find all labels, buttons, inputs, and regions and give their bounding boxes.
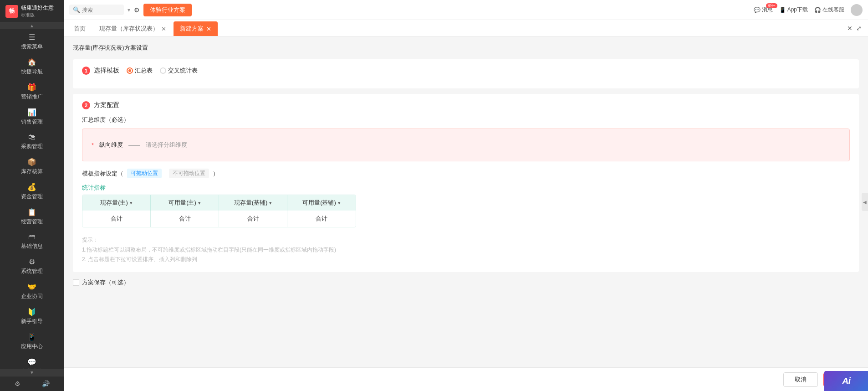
col-header-3[interactable]: 可用量(基辅) ▾ — [287, 195, 356, 211]
tab-inventory-label: 现存量（库存状况表） — [99, 25, 158, 33]
sidebar: 畅 畅康通好生意 标准版 ▲ ☰ 搜索菜单 🏠 快捷导航 🎁 营销推广 📊 销售… — [0, 0, 64, 391]
save-checkbox[interactable] — [73, 279, 79, 286]
base-icon: 🗃 — [28, 233, 36, 241]
sidebar-label-guide: 新手引导 — [21, 318, 43, 325]
settings-icon[interactable]: ⚙ — [134, 6, 140, 14]
expand-panel-icon[interactable]: ⤢ — [856, 25, 862, 32]
sidebar-item-operation[interactable]: 📋 经营管理 — [0, 204, 64, 229]
sidebar-item-system[interactable]: ⚙ 系统管理 — [0, 254, 64, 279]
search-input[interactable] — [82, 7, 118, 13]
sidebar-item-wechat[interactable]: 💬 企业微信 — [0, 354, 64, 369]
sidebar-item-base[interactable]: 🗃 基础信息 — [0, 229, 64, 254]
tab-home-label: 首页 — [74, 25, 86, 33]
ai-float-button[interactable]: Ai — [824, 371, 868, 391]
sidebar-item-purchase[interactable]: 🛍 采购管理 — [0, 129, 64, 154]
sidebar-scroll-up[interactable]: ▲ — [0, 22, 64, 29]
col-cell-1: 合计 — [151, 211, 219, 227]
dim-placeholder: 请选择分组维度 — [146, 141, 187, 149]
sales-icon: 📊 — [27, 108, 36, 117]
tab-home[interactable]: 首页 — [67, 21, 92, 36]
sidebar-item-search[interactable]: ☰ 搜索菜单 — [0, 29, 64, 54]
tab-new-plan-close-icon[interactable]: ✕ — [206, 26, 211, 32]
sidebar-label-base: 基础信息 — [21, 242, 43, 250]
step2-badge: 2 — [82, 101, 90, 109]
non-draggable-badge: 不可拖动位置 — [169, 169, 209, 178]
dropdown-arrow-icon[interactable]: ▾ — [128, 7, 130, 13]
close-panel-icon[interactable]: ✕ — [847, 25, 853, 32]
tabbar-container: 首页 现存量（库存状况表） ✕ 新建方案 ✕ ✕ ⤢ — [64, 20, 868, 36]
app-name: 畅康通好生意 — [21, 5, 54, 12]
user-avatar[interactable] — [851, 4, 863, 16]
sidebar-item-marketing[interactable]: 🎁 营销推广 — [0, 79, 64, 104]
dim-dash: —— — [128, 142, 140, 149]
tab-new-plan[interactable]: 新建方案 ✕ — [174, 21, 218, 36]
radio-summary-label: 汇总表 — [135, 67, 153, 75]
sidebar-item-inventory[interactable]: 📦 库存核算 — [0, 154, 64, 179]
sidebar-item-cooperation[interactable]: 🤝 企业协同 — [0, 279, 64, 304]
col-cell-2: 合计 — [219, 211, 287, 227]
logo-icon: 畅 — [5, 5, 18, 18]
cancel-button[interactable]: 取消 — [783, 372, 818, 387]
sidebar-bottom: ⚙ 🔊 — [0, 376, 64, 391]
col-header-label-3: 可用量(基辅) — [302, 199, 336, 207]
app-download-button[interactable]: 📱 App下载 — [779, 6, 808, 14]
dim-row: * 纵向维度 —— 请选择分组维度 — [92, 141, 187, 149]
sidebar-scroll-down[interactable]: ▼ — [0, 369, 64, 376]
col-header-0[interactable]: 现存量(主) ▾ — [82, 195, 151, 211]
content-actions: ✕ ⤢ — [847, 20, 862, 36]
step2-header: 2 方案配置 — [82, 101, 850, 109]
trial-button[interactable]: 体验行业方案 — [143, 4, 192, 16]
sidebar-item-shortcut[interactable]: 🏠 快捷导航 — [0, 54, 64, 79]
tip2: 2. 点击标题栏下拉可设置排序、插入列和删除列 — [82, 255, 850, 265]
service-button[interactable]: 🎧 在线客服 — [814, 6, 844, 14]
tab-inventory-close-icon[interactable]: ✕ — [161, 26, 166, 32]
tip1: 1.拖动标题栏可以调整布局，不可跨维度或指标区域拖动栏目字段(只能在同一维度或指… — [82, 245, 850, 255]
apps-icon: 📱 — [27, 333, 36, 341]
operation-icon: 📋 — [27, 208, 36, 216]
sidebar-item-apps[interactable]: 📱 应用中心 — [0, 329, 64, 354]
search-box[interactable]: 🔍 — [69, 5, 124, 15]
dimension-area[interactable]: * 纵向维度 —— 请选择分组维度 — [82, 129, 850, 161]
purchase-icon: 🛍 — [28, 133, 36, 141]
sidebar-item-guide[interactable]: 🔰 新手引导 — [0, 304, 64, 329]
step2-title: 方案配置 — [94, 101, 119, 109]
sidebar-item-finance[interactable]: 💰 资金管理 — [0, 179, 64, 204]
settings-icon[interactable]: ⚙ — [15, 380, 20, 387]
sidebar-label-sales: 销售管理 — [21, 118, 43, 126]
help-icon[interactable]: 🔊 — [42, 380, 50, 387]
message-button[interactable]: 💬 消息 99+ — [754, 6, 773, 14]
message-icon: 💬 — [754, 7, 761, 13]
chevron-down-icon-3: ▾ — [338, 200, 341, 206]
search-menu-icon: ☰ — [29, 33, 35, 41]
sidebar-label-cooperation: 企业协同 — [21, 293, 43, 300]
sidebar-label-operation: 经营管理 — [21, 218, 43, 226]
service-icon: 🎧 — [814, 7, 821, 13]
sidebar-label-apps: 应用中心 — [21, 343, 43, 350]
step1-title: 选择模板 — [94, 67, 119, 75]
main-area: 🔍 ▾ ⚙ 体验行业方案 💬 消息 99+ 📱 App下载 🎧 在线客服 — [64, 0, 868, 391]
col-cell-0: 合计 — [82, 211, 151, 227]
tips-area: 提示： 1.拖动标题栏可以调整布局，不可跨维度或指标区域拖动栏目字段(只能在同一… — [82, 235, 850, 265]
footer: 取消 查询 — [64, 367, 868, 391]
save-option-label: 方案保存（可选） — [82, 278, 129, 287]
sidebar-label-inventory: 库存核算 — [21, 168, 43, 175]
chevron-down-icon-0: ▾ — [130, 200, 133, 206]
tabbar: 首页 现存量（库存状况表） ✕ 新建方案 ✕ — [64, 20, 868, 36]
sidebar-logo: 畅 畅康通好生意 标准版 — [0, 0, 64, 22]
col-header-label-1: 可用量(主) — [168, 199, 196, 207]
sidebar-label-finance: 资金管理 — [21, 193, 43, 201]
sidebar-nav: ☰ 搜索菜单 🏠 快捷导航 🎁 营销推广 📊 销售管理 🛍 采购管理 📦 库存核… — [0, 29, 64, 369]
sidebar-label-purchase: 采购管理 — [21, 143, 43, 150]
draggable-badge: 可拖动位置 — [127, 169, 162, 178]
tab-inventory-status[interactable]: 现存量（库存状况表） ✕ — [93, 21, 173, 36]
service-label: 在线客服 — [822, 6, 844, 14]
col-header-2[interactable]: 现存量(基辅) ▾ — [219, 195, 287, 211]
app-edition: 标准版 — [21, 12, 54, 18]
right-collapse-button[interactable]: ◀ — [862, 193, 868, 211]
sidebar-item-sales[interactable]: 📊 销售管理 — [0, 104, 64, 129]
radio-cross-label: 交叉统计表 — [168, 67, 198, 75]
col-header-1[interactable]: 可用量(主) ▾ — [151, 195, 219, 211]
radio-cross[interactable]: 交叉统计表 — [160, 67, 198, 75]
radio-summary[interactable]: 汇总表 — [127, 67, 153, 75]
dim-required-star: * — [92, 142, 94, 149]
